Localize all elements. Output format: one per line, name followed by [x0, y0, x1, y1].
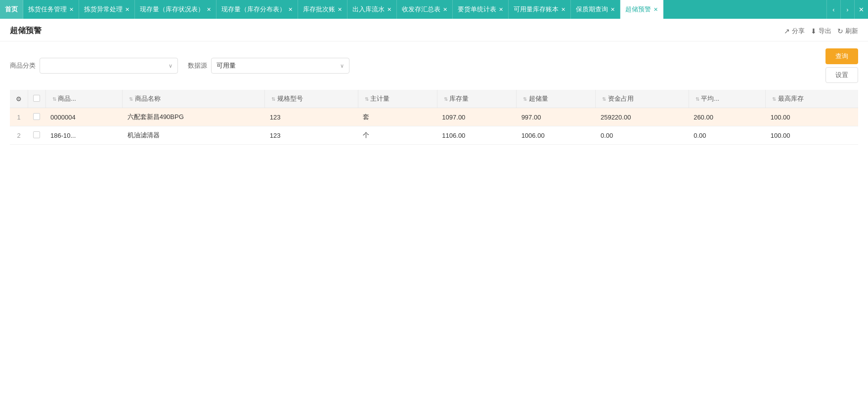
row-unit-2: 个 [358, 126, 437, 145]
sort-icon: ⇅ [129, 96, 133, 102]
refresh-button[interactable]: ↻ 刷新 [837, 27, 858, 36]
nav-item-quality-check[interactable]: 保质期查询 ✕ [571, 0, 620, 19]
row-product-code-1: 0000004 [45, 108, 123, 126]
chevron-down-icon: ∨ [169, 63, 173, 69]
settings-button[interactable]: 设置 [825, 67, 858, 83]
nav-item-collect-send[interactable]: 收发存汇总表 ✕ [397, 0, 453, 19]
gear-icon: ⚙ [16, 95, 22, 103]
nav-item-batch-account[interactable]: 库存批次账 ✕ [298, 0, 347, 19]
close-icon[interactable]: ✕ [387, 6, 391, 13]
nav-item-available-ledger[interactable]: 可用量库存账本 ✕ [509, 0, 571, 19]
sort-icon: ⇅ [523, 96, 527, 102]
row-cb[interactable] [33, 113, 40, 120]
page-header: 超储预警 ↗ 分享 ⬇ 导出 ↻ 刷新 [0, 19, 868, 41]
col-product-name[interactable]: ⇅ 商品名称 [123, 90, 265, 108]
nav-item-overstock-alert[interactable]: 超储预警 ✕ [620, 0, 663, 19]
col-capital[interactable]: ⇅ 资金占用 [596, 90, 689, 108]
nav-item-task-mgmt[interactable]: 拣货任务管理 ✕ [23, 0, 79, 19]
close-icon[interactable]: ✕ [610, 6, 615, 13]
category-select[interactable]: ∨ [40, 58, 178, 74]
row-product-code-2: 186-10... [45, 126, 123, 145]
row-capital-2: 0.00 [596, 126, 689, 145]
sort-icon: ⇅ [772, 96, 776, 102]
share-button[interactable]: ↗ 分享 [784, 27, 805, 36]
col-overstock[interactable]: ⇅ 超储量 [517, 90, 596, 108]
row-spec-2: 123 [265, 126, 358, 145]
row-unit-1: 套 [358, 108, 437, 126]
table-row: 1 0000004 六配套新昌490BPG 123 套 1097.00 997.… [10, 108, 858, 126]
overstock-table: ⚙ ⇅ 商品... ⇅ 商品名称 ⇅ 规格型号 [10, 90, 858, 145]
action-buttons: 查询 设置 [825, 48, 858, 83]
nav-item-home[interactable]: 首页 [0, 0, 23, 19]
table-row: 2 186-10... 机油滤清器 123 个 1106.00 1006.00 … [10, 126, 858, 145]
row-capital-1: 259220.00 [596, 108, 689, 126]
close-icon[interactable]: ✕ [207, 6, 211, 13]
sort-icon: ⇅ [444, 96, 448, 102]
close-icon[interactable]: ✕ [288, 6, 293, 13]
nav-item-inventory-dist[interactable]: 现存量（库存分布表） ✕ [217, 0, 298, 19]
row-product-name-1: 六配套新昌490BPG [123, 108, 265, 126]
page-content: 超储预警 ↗ 分享 ⬇ 导出 ↻ 刷新 商品分类 ∨ 数据源 [0, 19, 868, 395]
row-product-name-2: 机油滤清器 [123, 126, 265, 145]
col-checkbox[interactable] [28, 90, 45, 108]
share-icon: ↗ [784, 27, 790, 35]
row-num-2: 2 [10, 126, 28, 145]
refresh-icon: ↻ [837, 27, 843, 35]
datasource-select-value: 可用量 [217, 61, 236, 70]
nav-item-in-out-flow[interactable]: 出入库流水 ✕ [347, 0, 397, 19]
row-stock-1: 1097.00 [437, 108, 516, 126]
col-product-code[interactable]: ⇅ 商品... [45, 90, 123, 108]
query-button[interactable]: 查询 [825, 48, 858, 64]
header-actions: ↗ 分享 ⬇ 导出 ↻ 刷新 [784, 27, 858, 36]
category-label: 商品分类 [10, 61, 36, 70]
nav-arrows: ‹ › ✕ [826, 0, 868, 19]
chevron-down-icon: ∨ [340, 63, 344, 69]
nav-bar: 首页 拣货任务管理 ✕ 拣货异常处理 ✕ 现存量（库存状况表） ✕ 现存量（库存… [0, 0, 868, 19]
col-settings[interactable]: ⚙ [10, 90, 28, 108]
row-max-stock-1: 100.00 [766, 108, 858, 126]
col-stock[interactable]: ⇅ 库存量 [437, 90, 516, 108]
close-icon[interactable]: ✕ [69, 6, 74, 13]
close-icon[interactable]: ✕ [561, 6, 565, 13]
row-stock-2: 1106.00 [437, 126, 516, 145]
header-checkbox[interactable] [33, 95, 40, 102]
close-icon[interactable]: ✕ [499, 6, 503, 13]
table-header-row: ⚙ ⇅ 商品... ⇅ 商品名称 ⇅ 规格型号 [10, 90, 858, 108]
sort-icon: ⇅ [695, 96, 699, 102]
sort-icon: ⇅ [271, 96, 275, 102]
close-icon[interactable]: ✕ [443, 6, 447, 13]
close-icon[interactable]: ✕ [125, 6, 130, 13]
sort-icon: ⇅ [52, 96, 56, 102]
category-filter-group: 商品分类 ∨ [10, 58, 178, 74]
row-checkbox-2[interactable] [28, 126, 45, 145]
row-overstock-1: 997.00 [517, 108, 596, 126]
col-spec[interactable]: ⇅ 规格型号 [265, 90, 358, 108]
filter-area: 商品分类 ∨ 数据源 可用量 ∨ 查询 设置 [0, 41, 868, 90]
row-avg-2: 0.00 [689, 126, 766, 145]
row-checkbox-1[interactable] [28, 108, 45, 126]
datasource-filter-group: 数据源 可用量 ∨ [188, 58, 349, 74]
datasource-select[interactable]: 可用量 ∨ [211, 58, 349, 74]
col-avg[interactable]: ⇅ 平均... [689, 90, 766, 108]
page-title: 超储预警 [10, 26, 42, 36]
datasource-label: 数据源 [188, 61, 207, 70]
row-cb[interactable] [33, 131, 40, 138]
col-max-stock[interactable]: ⇅ 最高库存 [766, 90, 858, 108]
nav-prev-button[interactable]: ‹ [826, 0, 840, 19]
close-icon[interactable]: ✕ [653, 6, 658, 13]
row-max-stock-2: 100.00 [766, 126, 858, 145]
nav-item-order-stats[interactable]: 要货单统计表 ✕ [453, 0, 509, 19]
table-container: ⚙ ⇅ 商品... ⇅ 商品名称 ⇅ 规格型号 [0, 90, 868, 145]
nav-item-inventory-status[interactable]: 现存量（库存状况表） ✕ [135, 0, 217, 19]
nav-item-exception-handle[interactable]: 拣货异常处理 ✕ [79, 0, 135, 19]
row-spec-1: 123 [265, 108, 358, 126]
nav-next-button[interactable]: › [840, 0, 854, 19]
nav-close-button[interactable]: ✕ [854, 0, 868, 19]
row-avg-1: 260.00 [689, 108, 766, 126]
sort-icon: ⇅ [365, 96, 369, 102]
export-icon: ⬇ [811, 27, 817, 35]
close-icon[interactable]: ✕ [338, 6, 342, 13]
col-unit[interactable]: ⇅ 主计量 [358, 90, 437, 108]
export-button[interactable]: ⬇ 导出 [811, 27, 831, 36]
sort-icon: ⇅ [602, 96, 606, 102]
